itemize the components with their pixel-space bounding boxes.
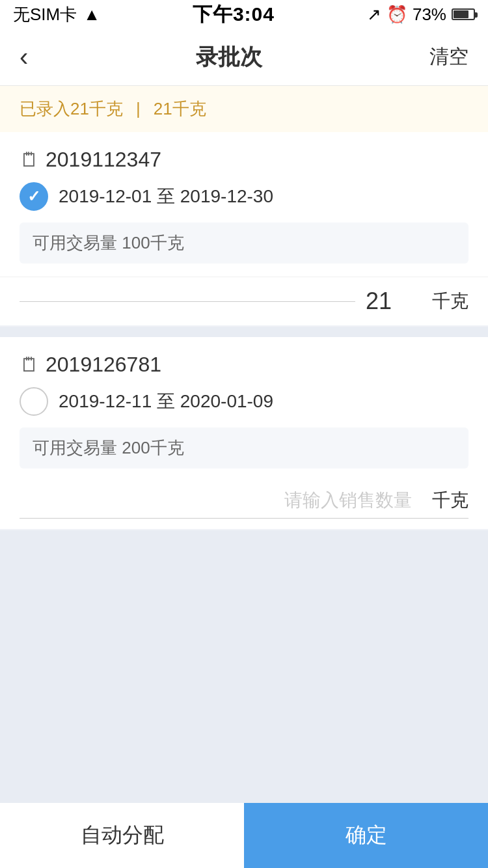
amount-underline-0 xyxy=(20,301,355,302)
back-button[interactable]: ‹ xyxy=(20,42,28,72)
quantity-input-1[interactable] xyxy=(20,490,422,511)
page-title: 录批次 xyxy=(196,42,262,72)
batch-icon-0: 🗒 xyxy=(20,149,39,171)
radio-0[interactable]: ✓ xyxy=(20,182,48,211)
batch-header-1: 🗒 2019126781 xyxy=(0,337,488,382)
batch-date-0: 2019-12-01 至 2019-12-30 xyxy=(59,184,273,209)
location-icon: ↗ xyxy=(367,5,381,25)
battery-text: 73% xyxy=(413,5,446,25)
input-unit-1: 千克 xyxy=(432,488,468,513)
status-left: 无SIM卡 ▲ xyxy=(13,3,100,26)
status-bar: 无SIM卡 ▲ 下午3:04 ↗ ⏰ 73% xyxy=(0,0,488,29)
batch-date-1: 2019-12-11 至 2020-01-09 xyxy=(59,389,273,414)
batch-separator xyxy=(0,327,488,337)
amount-unit-0: 千克 xyxy=(432,289,468,314)
batch-date-row-1[interactable]: 2019-12-11 至 2020-01-09 xyxy=(0,382,488,421)
summary-bar: 已录入21千克 | 21千克 xyxy=(0,86,488,132)
carrier-text: 无SIM卡 xyxy=(13,3,77,26)
status-right: ↗ ⏰ 73% xyxy=(367,5,475,25)
summary-value: 21千克 xyxy=(154,98,206,120)
batch-id-0: 2019112347 xyxy=(46,148,161,172)
batch-quota-0: 可用交易量 100千克 xyxy=(20,223,468,264)
amount-value-0: 21 xyxy=(366,288,392,315)
batch-item-0: 🗒 2019112347 ✓ 2019-12-01 至 2019-12-30 可… xyxy=(0,132,488,325)
confirm-button[interactable]: 确定 xyxy=(244,803,488,868)
summary-divider: | xyxy=(136,99,141,119)
summary-label: 已录入21千克 xyxy=(20,98,123,120)
batch-id-1: 2019126781 xyxy=(46,353,161,377)
bottom-bar: 自动分配 确定 xyxy=(0,803,488,868)
batch-item-1: 🗒 2019126781 2019-12-11 至 2020-01-09 可用交… xyxy=(0,337,488,529)
clear-button[interactable]: 清空 xyxy=(429,44,468,70)
empty-area xyxy=(0,530,488,804)
batch-date-row-0[interactable]: ✓ 2019-12-01 至 2019-12-30 xyxy=(0,177,488,216)
checkmark-0: ✓ xyxy=(27,187,40,206)
radio-1[interactable] xyxy=(20,387,48,416)
amount-row-0: 21 千克 xyxy=(0,277,488,325)
battery-icon xyxy=(452,8,475,20)
wifi-icon: ▲ xyxy=(83,5,100,25)
alarm-icon: ⏰ xyxy=(386,5,407,25)
batch-header-0: 🗒 2019112347 xyxy=(0,132,488,177)
nav-bar: ‹ 录批次 清空 xyxy=(0,29,488,86)
status-time: 下午3:04 xyxy=(193,1,275,28)
input-row-1: 千克 xyxy=(0,481,488,529)
auto-distribute-button[interactable]: 自动分配 xyxy=(0,803,244,868)
batch-icon-1: 🗒 xyxy=(20,354,39,376)
batch-quota-1: 可用交易量 200千克 xyxy=(20,427,468,468)
